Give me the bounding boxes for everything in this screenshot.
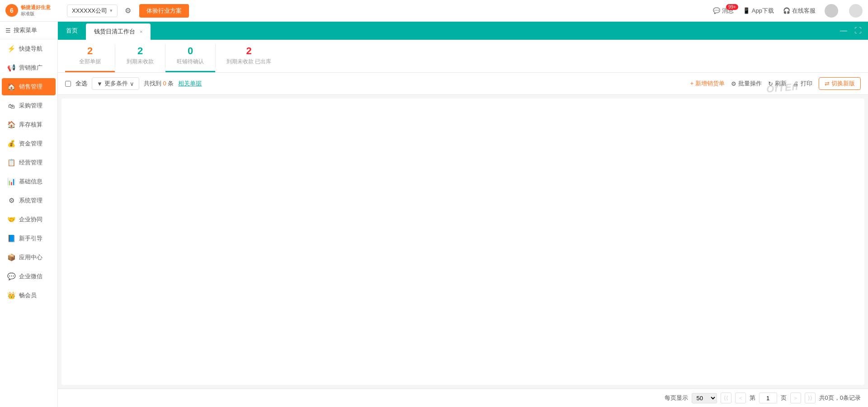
logo-text: 畅捷通好生意	[21, 4, 51, 10]
sidebar-item-cooperation[interactable]: 🤝 企业协同	[2, 211, 56, 228]
batch-icon: ⚙	[731, 80, 736, 87]
summary-tab-wangpu[interactable]: 0 旺铺待确认	[165, 40, 215, 72]
related-orders-link[interactable]: 相关单据	[178, 80, 202, 88]
table-area	[61, 98, 864, 385]
found-count-text: 共找到 0 条	[144, 80, 174, 88]
tab-close-icon[interactable]: ×	[140, 29, 142, 34]
filter-label: 更多条件	[104, 80, 128, 88]
toolbar-left: 全选 ▼ 更多条件 ∨ 共找到 0 条 相关单据	[65, 77, 202, 90]
content: 2 全部单据 2 到期未收款 0 旺铺待确认 2 到期未收款 已出库	[58, 40, 868, 407]
page-number-input[interactable]	[759, 393, 777, 403]
online-service-action[interactable]: 🎧 在线客服	[783, 7, 816, 15]
filter-chevron-icon: ∨	[130, 80, 134, 87]
summary-tab-overdue[interactable]: 2 到期未收款	[115, 40, 165, 72]
per-page-label: 每页显示	[665, 394, 688, 402]
sidebar-item-label: 销售管理	[19, 83, 42, 91]
page-prev-button[interactable]: ＜	[735, 393, 746, 403]
main: 首页 钱货日清工作台 × — ⛶ 2 全部单据 2	[58, 22, 868, 407]
sidebar-item-system[interactable]: ⚙ 系统管理	[2, 192, 56, 209]
sidebar-item-label: 资金管理	[19, 140, 42, 148]
summary-tab-all[interactable]: 2 全部单据	[65, 40, 115, 72]
sidebar-item-operations[interactable]: 📋 经营管理	[2, 154, 56, 171]
header-right: 💬 消息 99+ 📱 App下载 🎧 在线客服	[713, 4, 863, 18]
summary-tabs: 2 全部单据 2 到期未收款 0 旺铺待确认 2 到期未收款 已出库	[58, 40, 868, 73]
filter-button[interactable]: ▼ 更多条件 ∨	[92, 77, 139, 90]
sidebar-item-quick-nav[interactable]: ⚡ 快捷导航	[2, 40, 56, 57]
app-download-action[interactable]: 📱 App下载	[743, 7, 774, 15]
sidebar-item-label: 系统管理	[19, 196, 42, 205]
tab-active-label: 钱货日清工作台	[94, 28, 135, 36]
username-area[interactable]	[849, 4, 863, 18]
summary-num-overdue: 2	[137, 45, 143, 57]
summary-label-overdue: 到期未收款	[127, 58, 154, 65]
service-icon: 🎧	[783, 7, 790, 14]
page-first-button[interactable]: ⟨⟨	[721, 393, 731, 403]
header: 6 畅捷通好生意 标准版 XXXXXX公司 ▾ ⚙ 体验行业方案 💬 消息 99…	[0, 0, 868, 22]
sidebar-item-inventory[interactable]: 🏠 库存核算	[2, 116, 56, 133]
sidebar-item-guide[interactable]: 📘 新手引导	[2, 230, 56, 247]
sidebar-item-purchase[interactable]: 🛍 采购管理	[2, 97, 56, 114]
tab-bar-actions: — ⛶	[838, 25, 868, 36]
sidebar-item-label: 新手引导	[19, 234, 42, 243]
print-button[interactable]: 🖨 打印	[793, 80, 812, 88]
new-sale-button[interactable]: + 新增销货单	[690, 80, 725, 88]
layout: ☰ 搜索菜单 ⚡ 快捷导航 📢 营销推广 🏠 销售管理 🛍 采购管理 🏠 库存核…	[0, 22, 868, 407]
messages-action[interactable]: 💬 消息 99+	[713, 7, 734, 15]
inventory-icon: 🏠	[7, 121, 15, 129]
refresh-icon: ↻	[768, 80, 773, 87]
sidebar: ☰ 搜索菜单 ⚡ 快捷导航 📢 营销推广 🏠 销售管理 🛍 采购管理 🏠 库存核…	[0, 22, 58, 407]
sidebar-item-sales[interactable]: 🏠 销售管理	[2, 78, 56, 95]
switch-version-button[interactable]: ⇄ 切换新版	[819, 77, 861, 90]
sidebar-item-label: 畅会员	[19, 291, 37, 299]
filter-icon: ▼	[97, 80, 103, 87]
sidebar-item-finance[interactable]: 💰 资金管理	[2, 135, 56, 152]
trial-button[interactable]: 体验行业方案	[139, 4, 189, 18]
switch-label: 切换新版	[831, 80, 855, 88]
print-icon: 🖨	[793, 80, 799, 87]
purchase-icon: 🛍	[7, 102, 15, 110]
sidebar-item-marketing[interactable]: 📢 营销推广	[2, 59, 56, 76]
refresh-label: 刷新	[775, 80, 787, 88]
refresh-button[interactable]: ↻ 刷新	[768, 80, 787, 88]
batch-op-button[interactable]: ⚙ 批量操作	[731, 80, 762, 88]
summary-tab-overdue-out[interactable]: 2 到期未收款 已出库	[216, 40, 282, 72]
found-prefix: 共找到	[144, 80, 161, 87]
app-center-icon: 📦	[7, 253, 15, 262]
summary-num-overdue-out: 2	[246, 45, 252, 57]
page-last-button[interactable]: ⟩⟩	[805, 393, 816, 403]
select-all-checkbox[interactable]	[65, 81, 71, 87]
sidebar-item-app-center[interactable]: 📦 应用中心	[2, 249, 56, 266]
summary-label-overdue-out: 到期未收款 已出库	[226, 58, 271, 65]
company-selector[interactable]: XXXXXX公司 ▾	[67, 5, 118, 17]
online-service-label: 在线客服	[792, 7, 816, 15]
tab-minimize-button[interactable]: —	[838, 25, 849, 36]
new-sale-label: + 新增销货单	[690, 80, 725, 88]
app-download-icon: 📱	[743, 7, 750, 14]
avatar[interactable]	[825, 4, 838, 18]
tab-home[interactable]: 首页	[58, 22, 86, 40]
page-label: 第	[750, 394, 755, 402]
page-next-button[interactable]: ＞	[790, 393, 801, 403]
total-info: 共0页，0条记录	[819, 394, 861, 402]
summary-label-all: 全部单据	[79, 58, 101, 65]
toolbar: 全选 ▼ 更多条件 ∨ 共找到 0 条 相关单据 + 新增销	[58, 73, 868, 95]
sidebar-item-label: 营销推广	[19, 64, 42, 72]
per-page-select[interactable]: 50 100 200	[692, 393, 717, 403]
settings-icon[interactable]: ⚙	[121, 4, 135, 18]
sidebar-item-label: 库存核算	[19, 121, 42, 129]
tab-active[interactable]: 钱货日清工作台 ×	[86, 23, 151, 40]
tab-maximize-button[interactable]: ⛶	[853, 25, 863, 36]
sidebar-item-label: 采购管理	[19, 102, 42, 110]
batch-label: 批量操作	[738, 80, 762, 88]
sidebar-item-member[interactable]: 👑 畅会员	[2, 287, 56, 304]
sidebar-search[interactable]: ☰ 搜索菜单	[0, 22, 57, 39]
sidebar-item-wechat[interactable]: 💬 企业微信	[2, 268, 56, 285]
member-icon: 👑	[7, 291, 15, 299]
search-label: 搜索菜单	[14, 26, 37, 34]
company-name: XXXXXX公司	[72, 7, 107, 15]
toolbar-right: + 新增销货单 ⚙ 批量操作 ↻ 刷新 🖨 打印	[690, 77, 861, 90]
found-number: 0	[163, 80, 166, 87]
sidebar-item-basic-info[interactable]: 📊 基础信息	[2, 173, 56, 190]
message-icon: 💬	[713, 7, 720, 14]
logo-icon: 6	[5, 4, 18, 17]
